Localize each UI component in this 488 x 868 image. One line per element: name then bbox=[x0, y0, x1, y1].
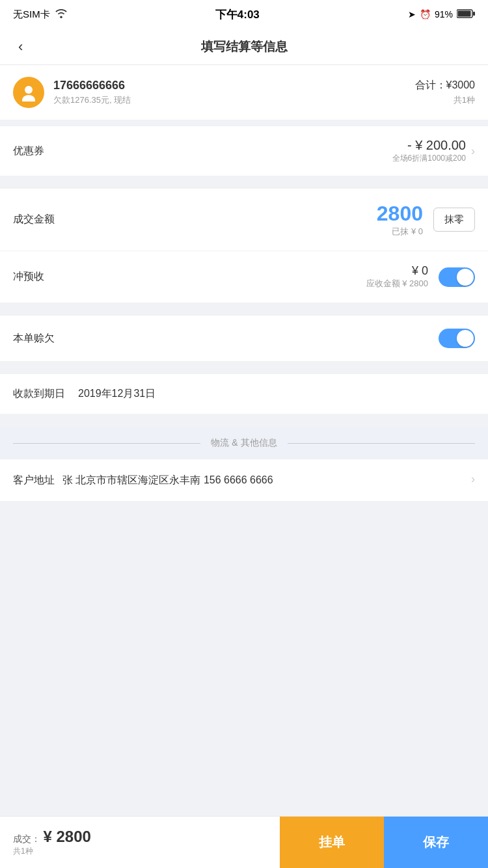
section-divider-3 bbox=[0, 368, 488, 374]
address-chevron-icon: › bbox=[471, 472, 475, 486]
transaction-row: 成交金额 2800 已抹 ¥ 0 抹零 bbox=[0, 189, 488, 251]
section-divider-2 bbox=[0, 309, 488, 316]
coupon-discount: - ¥ 200.00 bbox=[392, 138, 466, 153]
prepay-receivable: 应收金额 ¥ 2800 bbox=[366, 278, 428, 290]
transaction-section: 成交金额 2800 已抹 ¥ 0 抹零 冲预收 ¥ 0 应收金额 ¥ 2800 bbox=[0, 189, 488, 303]
nav-bar: ‹ 填写结算等信息 bbox=[0, 29, 488, 65]
battery-level: 91% bbox=[435, 9, 453, 20]
page-title: 填写结算等信息 bbox=[201, 38, 288, 55]
customer-left: 17666666666 欠款1276.35元, 现结 bbox=[13, 77, 131, 108]
transaction-amount: 2800 bbox=[377, 202, 423, 226]
logistics-line-left bbox=[13, 443, 200, 444]
bottom-bar: 成交： ¥ 2800 共1种 挂单 保存 bbox=[0, 816, 488, 868]
credit-label: 本单赊欠 bbox=[13, 332, 55, 346]
battery-icon bbox=[457, 9, 475, 20]
coupon-description: 全场6折满1000减200 bbox=[392, 153, 466, 164]
bottom-spacer bbox=[0, 501, 488, 553]
due-date-label: 收款到期日 bbox=[13, 387, 65, 401]
customer-total: 合计：¥3000 共1种 bbox=[415, 79, 476, 106]
section-divider-4 bbox=[0, 420, 488, 427]
round-button[interactable]: 抹零 bbox=[433, 208, 475, 232]
prepay-amount-wrap: ¥ 0 应收金额 ¥ 2800 bbox=[366, 264, 428, 290]
customer-debt: 欠款1276.35元, 现结 bbox=[53, 94, 131, 106]
back-button[interactable]: ‹ bbox=[13, 33, 28, 61]
transaction-amount-wrap: 2800 已抹 ¥ 0 bbox=[377, 202, 423, 237]
deal-label-amount-row: 成交： ¥ 2800 bbox=[13, 828, 267, 846]
logistics-header: 物流 & 其他信息 bbox=[0, 427, 488, 459]
chevron-right-icon: › bbox=[471, 144, 475, 158]
svg-point-3 bbox=[25, 86, 33, 94]
save-button[interactable]: 保存 bbox=[384, 817, 488, 869]
address-value: 张 北京市市辖区海淀区永丰南 156 6666 6666 bbox=[62, 472, 463, 488]
prepay-toggle[interactable] bbox=[439, 267, 475, 287]
svg-point-4 bbox=[22, 95, 35, 102]
wifi-icon bbox=[55, 9, 67, 20]
due-date-value: 2019年12月31日 bbox=[78, 387, 156, 401]
alarm-icon: ⏰ bbox=[420, 9, 431, 20]
customer-info: 17666666666 欠款1276.35元, 现结 bbox=[53, 79, 131, 106]
status-time: 下午4:03 bbox=[215, 7, 260, 22]
deal-amount: ¥ 2800 bbox=[43, 828, 90, 845]
location-icon: ➤ bbox=[408, 9, 416, 20]
status-right: ➤ ⏰ 91% bbox=[408, 9, 475, 20]
svg-rect-2 bbox=[457, 10, 470, 16]
hang-button[interactable]: 挂单 bbox=[280, 817, 384, 869]
address-label: 客户地址 bbox=[13, 472, 55, 487]
customer-phone: 17666666666 bbox=[53, 79, 131, 92]
status-left: 无SIM卡 bbox=[13, 8, 67, 21]
transaction-wiped: 已抹 ¥ 0 bbox=[377, 226, 423, 237]
svg-rect-1 bbox=[473, 12, 475, 16]
coupon-label: 优惠券 bbox=[13, 144, 44, 158]
prepay-amount: ¥ 0 bbox=[366, 264, 428, 278]
address-row[interactable]: 客户地址 张 北京市市辖区海淀区永丰南 156 6666 6666 › bbox=[0, 459, 488, 501]
section-divider-1 bbox=[0, 182, 488, 189]
sim-status: 无SIM卡 bbox=[13, 8, 50, 21]
customer-card: 17666666666 欠款1276.35元, 现结 合计：¥3000 共1种 bbox=[0, 65, 488, 120]
coupon-value-wrap: - ¥ 200.00 全场6折满1000减200 bbox=[392, 138, 466, 164]
deal-label: 成交： bbox=[13, 834, 40, 844]
bottom-summary: 成交： ¥ 2800 共1种 bbox=[0, 828, 280, 857]
logistics-title: 物流 & 其他信息 bbox=[211, 437, 277, 449]
prepay-right: ¥ 0 应收金额 ¥ 2800 bbox=[366, 264, 475, 290]
coupon-row[interactable]: 优惠券 - ¥ 200.00 全场6折满1000减200 › bbox=[0, 126, 488, 176]
transaction-right: 2800 已抹 ¥ 0 抹零 bbox=[377, 202, 475, 237]
prepay-row: 冲预收 ¥ 0 应收金额 ¥ 2800 bbox=[0, 251, 488, 303]
coupon-right: - ¥ 200.00 全场6折满1000减200 › bbox=[392, 138, 475, 164]
avatar bbox=[13, 77, 44, 108]
total-count: 共1种 bbox=[415, 94, 476, 106]
credit-row: 本单赊欠 bbox=[0, 316, 488, 361]
credit-toggle[interactable] bbox=[439, 329, 475, 348]
due-date-row: 收款到期日 2019年12月31日 bbox=[0, 374, 488, 414]
logistics-line-right bbox=[288, 443, 475, 444]
transaction-label: 成交金额 bbox=[13, 213, 55, 226]
status-bar: 无SIM卡 下午4:03 ➤ ⏰ 91% bbox=[0, 0, 488, 29]
prepay-label: 冲预收 bbox=[13, 270, 44, 284]
deal-count: 共1种 bbox=[13, 846, 267, 857]
total-amount: 合计：¥3000 bbox=[415, 79, 476, 92]
